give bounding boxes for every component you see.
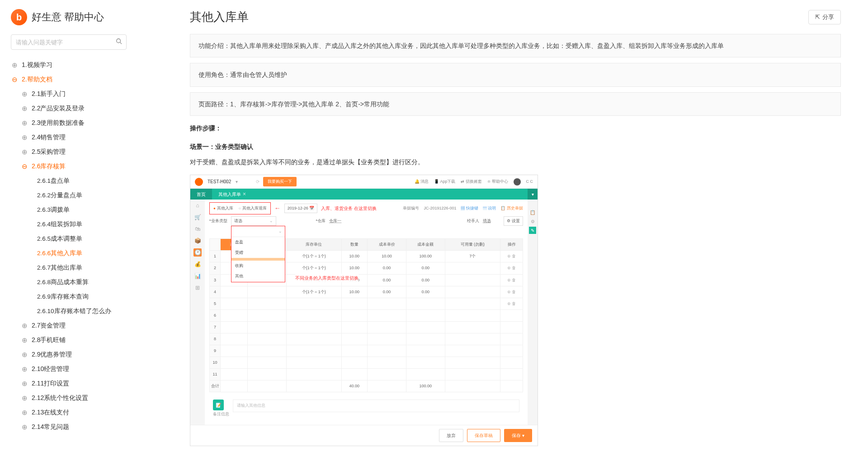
logo-icon: b [11, 9, 27, 25]
nav-ledger-query[interactable]: 2.6.9库存账本查询 [11, 290, 127, 304]
chevron-down-icon: ▾ [532, 190, 534, 199]
sidebar: b 好生意 帮助中心 ⊕1.视频学习 ⊖2.帮助文档 ⊕2.1新手入门 ⊕2.2… [0, 0, 136, 452]
es-handler-label: 经手人 [467, 217, 479, 225]
plus-icon: ⊕ [21, 423, 28, 431]
home-icon: ⌂ [193, 201, 202, 209]
nav-label: 2.6.5成本调整单 [37, 235, 82, 243]
scene1-text: 对于受赠、盘盈或是拆装入库等不同的业务，是通过单据头【业务类型】进行区分。 [190, 156, 841, 168]
es-link-guide: ▤ 说明 [483, 205, 496, 212]
es-doc-no: JC-20191226-001 [424, 205, 456, 212]
bag-icon: 🛍 [193, 225, 202, 233]
es-remark-input: 请输入其他信息 [233, 400, 519, 412]
plus-icon: ⊕ [21, 105, 28, 112]
nav-cost-adjust[interactable]: 2.6.5成本调整单 [11, 232, 127, 246]
nav-print[interactable]: ⊕2.11打印设置 [11, 376, 127, 391]
es-filter-row: *业务类型 请选 ⌄ *仓库 仓库一 经手人 填选 ⚙ 设置 [209, 216, 523, 226]
arrow-icon: ← [274, 202, 281, 214]
plus-icon: ⊕ [21, 119, 28, 127]
nav-label: 2.10经营管理 [32, 365, 69, 373]
nav-mobile-shop[interactable]: ⊕2.8手机旺铺 [11, 333, 127, 347]
nav-online-pay[interactable]: ⊕2.13在线支付 [11, 405, 127, 420]
nav-label: 2.8手机旺铺 [32, 336, 66, 344]
plus-icon: ⊕ [21, 395, 28, 402]
avatar-icon [514, 178, 521, 186]
search-input[interactable] [11, 34, 127, 50]
es-tabs-more: ▾ [528, 189, 538, 200]
table-row: 10 [210, 357, 523, 369]
es-remark-row: 📝 备注信息 请输入其他信息 [209, 396, 523, 422]
nav-coupon[interactable]: ⊕2.9优惠券管理 [11, 347, 127, 362]
es-annotation-1: 入库、退货业务 在这里切换 [321, 204, 377, 213]
nav-faq[interactable]: ⊕2.14常见问题 [11, 420, 127, 434]
es-warehouse-val: 仓库一 [329, 217, 341, 225]
es-discard-button: 放弃 [439, 429, 463, 442]
nav-install-login[interactable]: ⊕2.2产品安装及登录 [11, 101, 127, 116]
th-unit: 库存单位 [286, 239, 341, 251]
es-help-link: ⊙ 帮助中心 [487, 178, 508, 186]
plus-icon: ⊕ [21, 90, 28, 98]
nav-personalization[interactable]: ⊕2.12系统个性化设置 [11, 391, 127, 405]
role-label: 使用角色： [198, 71, 230, 78]
nav-label: 2.帮助文档 [22, 76, 52, 84]
role-box: 使用角色：通常由仓管人员维护 [190, 63, 841, 86]
es-warehouse-label: *仓库 [316, 217, 326, 225]
plus-icon: ⊕ [21, 134, 28, 141]
es-biztype-select: 请选 ⌄ [231, 216, 276, 226]
nav-label: 2.9优惠券管理 [32, 351, 72, 359]
steps-heading: 操作步骤： [190, 122, 841, 134]
nav-label: 2.6.3调拨单 [37, 206, 70, 214]
nav-list: ⊕1.视频学习 ⊖2.帮助文档 ⊕2.1新手入门 ⊕2.2产品安装及登录 ⊕2.… [11, 58, 127, 434]
es-settings-btn: ⚙ 设置 [504, 216, 523, 226]
intro-text: 其他入库单用来处理除采购入库、产成品入库之外的其他入库业务，因此其他入库单可处理… [230, 42, 724, 49]
nav-cost-recalc[interactable]: 2.6.8商品成本重算 [11, 275, 127, 290]
es-tab-doc: 其他入库单 × [212, 189, 252, 200]
es-side-nav: ⌂ 🛒 🛍 📦 🕐 💰 📊 ⊞ [190, 200, 205, 425]
copy-icon: ⊕ 🗑 [507, 254, 516, 258]
es-link-log: 📋 历史单据 [500, 205, 523, 212]
nav-assembly[interactable]: 2.6.4组装拆卸单 [11, 217, 127, 232]
tool-icon: ✎ [529, 227, 536, 234]
nav-label: 2.4销售管理 [32, 133, 66, 142]
nav-sales-mgmt[interactable]: ⊕2.4销售管理 [11, 130, 127, 145]
es-save-button: 保存 ▾ [504, 429, 532, 442]
es-draft-button: 保存草稿 [467, 429, 500, 442]
nav-funds[interactable]: ⊕2.7资金管理 [11, 319, 127, 333]
minus-icon: ⊖ [21, 163, 28, 170]
nav-getting-started[interactable]: ⊕2.1新手入门 [11, 87, 127, 101]
nav-purchase-mgmt[interactable]: ⊕2.5采购管理 [11, 145, 127, 159]
cart-icon: 🛒 [193, 213, 202, 221]
nav-transfer[interactable]: 2.6.3调拨单 [11, 203, 127, 217]
nav-other-out[interactable]: 2.6.7其他出库单 [11, 261, 127, 275]
nav-stocktake[interactable]: 2.6.1盘点单 [11, 174, 127, 188]
es-radio-out: 其他入库退库 [236, 204, 269, 213]
nav-help-docs[interactable]: ⊖2.帮助文档 [11, 72, 127, 87]
refresh-icon: ⟳ [256, 177, 259, 186]
es-link-keys: ▦ 快捷键 [461, 205, 478, 212]
es-handler-val: 填选 [483, 217, 491, 225]
brand-title: 好生意 帮助中心 [32, 10, 104, 24]
es-toolbar: ⟳ 我要购买一下 [256, 177, 297, 186]
nav-business-mgmt[interactable]: ⊕2.10经营管理 [11, 362, 127, 376]
nav-inventory[interactable]: ⊖2.6库存核算 [11, 159, 127, 174]
nav-video-learning[interactable]: ⊕1.视频学习 [11, 58, 127, 72]
box-icon: 📦 [193, 237, 202, 245]
es-dd-search: ⌄ [231, 226, 285, 237]
nav-data-prep[interactable]: ⊕2.3使用前数据准备 [11, 116, 127, 130]
es-username: C C [526, 178, 533, 186]
nav-partial-stocktake[interactable]: 2.6.2分量盘点单 [11, 188, 127, 203]
nav-label: 2.7资金管理 [32, 322, 66, 330]
nav-other-in[interactable]: 2.6.6其他入库单 [11, 246, 127, 261]
es-type-row: 其他入库 其他入库退库 ← 2019-12-26 📅 入库、退货业务 在这里切换… [209, 202, 523, 214]
search-icon[interactable] [116, 38, 122, 46]
nav-label: 2.6.8商品成本重算 [37, 278, 89, 286]
es-type-highlight: 其他入库 其他入库退库 [209, 202, 271, 214]
share-button[interactable]: ⇱ 分享 [808, 10, 841, 24]
nav-ledger-fix[interactable]: 2.6.10库存账本错了怎么办 [11, 304, 127, 319]
es-tabs: 首页 其他入库单 × ▾ [190, 189, 538, 200]
nav-label: 2.1新手入门 [32, 90, 66, 98]
path-label: 页面路径： [198, 100, 230, 108]
clock-icon: 🕐 [193, 248, 202, 257]
main-content: 其他入库单 ⇱ 分享 功能介绍：其他入库单用来处理除采购入库、产成品入库之外的其… [136, 0, 868, 452]
table-row: 11 [210, 369, 523, 381]
grid-icon: ⊞ [193, 284, 202, 292]
